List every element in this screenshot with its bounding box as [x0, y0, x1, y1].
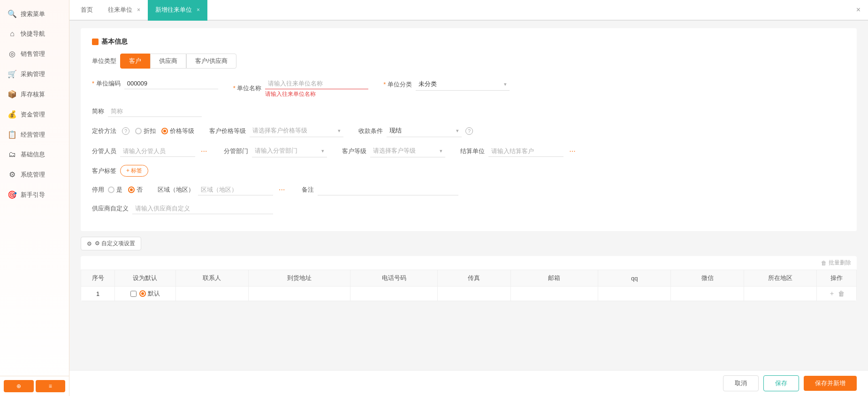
customer-price-level-placeholder: 请选择客户价格等级: [252, 126, 334, 135]
unit-category-select[interactable]: 未分类 ▾: [416, 78, 510, 91]
sidebar-item-guide[interactable]: 🎯 新手引导: [0, 185, 69, 205]
tab-new-partner[interactable]: 新增往来单位 ×: [148, 0, 207, 21]
btn-customer[interactable]: 客户: [120, 54, 150, 69]
main-close-btn[interactable]: ×: [853, 6, 864, 14]
radio-discount[interactable]: 折扣: [135, 127, 156, 135]
section-icon: [92, 39, 99, 45]
fax-input[interactable]: [455, 290, 493, 297]
wechat-input[interactable]: [689, 290, 726, 297]
td-address[interactable]: [249, 287, 350, 301]
customer-tag-field: 客户标签 + 标签: [92, 165, 148, 177]
pricing-method-label: 定价方法: [92, 127, 116, 135]
custom-settings-btn[interactable]: ⚙ ⚙ 自定义项设置: [81, 237, 141, 250]
sidebar-search[interactable]: 🔍 搜索菜单: [0, 4, 69, 24]
settlement-unit-input[interactable]: [488, 146, 563, 157]
td-qq[interactable]: [598, 287, 670, 301]
tab-partners[interactable]: 往来单位 ×: [100, 0, 148, 21]
sidebar-item-inventory[interactable]: 📦 库存核算: [0, 84, 69, 104]
radio-yes-circle: [108, 186, 114, 193]
inventory-icon: 📦: [8, 90, 17, 99]
base-icon: 🗂: [8, 150, 17, 159]
sidebar-label-base: 基础信息: [21, 150, 45, 159]
row-abbreviation: 简称: [92, 106, 845, 117]
radio-no[interactable]: 否: [128, 186, 143, 194]
radio-no-label: 否: [137, 186, 143, 194]
address-input[interactable]: [271, 290, 327, 297]
customer-price-level-select[interactable]: 请选择客户价格等级 ▾: [250, 124, 343, 137]
sidebar-item-operations[interactable]: 📋 经营管理: [0, 124, 69, 145]
department-label: 分管部门: [224, 147, 248, 155]
sidebar-item-purchase[interactable]: 🛒 采购管理: [0, 64, 69, 84]
customer-level-select[interactable]: 请选择客户等级 ▾: [370, 145, 445, 157]
default-label: 默认: [148, 289, 160, 298]
settlement-more-btn[interactable]: ···: [567, 147, 577, 155]
sidebar-item-finance[interactable]: 💰 资金管理: [0, 104, 69, 124]
basic-info-card: 基本信息 单位类型 客户 供应商 客户/供应商 单位编码: [81, 28, 857, 231]
qq-input[interactable]: [616, 290, 653, 297]
pricing-help-icon[interactable]: ?: [122, 127, 129, 135]
tab-new-partner-close[interactable]: ×: [197, 7, 200, 13]
settlement-unit-field: 结算单位 ···: [460, 146, 577, 157]
contact-input[interactable]: [193, 290, 231, 297]
unit-code-input[interactable]: [124, 78, 218, 89]
cancel-button[interactable]: 取消: [723, 375, 759, 391]
payment-terms-select[interactable]: 现结 ▾: [387, 124, 462, 137]
manager-input[interactable]: [120, 146, 195, 157]
sidebar-bottom-btn2[interactable]: ≡: [36, 380, 66, 392]
sidebar-item-system[interactable]: ⚙ 系统管理: [0, 164, 69, 185]
settlement-unit-label: 结算单位: [460, 147, 485, 155]
unit-type-group: 客户 供应商 客户/供应商: [120, 54, 236, 69]
supplier-custom-input[interactable]: [132, 203, 273, 214]
row-checkbox[interactable]: [130, 291, 137, 297]
department-chevron: ▾: [321, 148, 324, 154]
btn-supplier[interactable]: 供应商: [150, 54, 186, 69]
td-fax[interactable]: [438, 287, 510, 301]
sidebar-item-quick-nav[interactable]: ⌂ 快捷导航: [0, 24, 69, 44]
add-row-btn[interactable]: ＋: [829, 289, 835, 298]
td-region[interactable]: [744, 287, 816, 301]
td-email[interactable]: [510, 287, 598, 301]
phone-input[interactable]: [371, 290, 418, 297]
unit-name-input[interactable]: [265, 78, 368, 89]
email-input[interactable]: [531, 290, 578, 297]
sidebar-bottom-btn1[interactable]: ⊕: [4, 380, 34, 392]
batch-delete-btn[interactable]: 🗑 批量删除: [821, 259, 851, 267]
td-wechat[interactable]: [671, 287, 744, 301]
sidebar-item-sales[interactable]: ◎ 销售管理: [0, 44, 69, 64]
manager-more-btn[interactable]: ···: [199, 147, 209, 155]
region-input[interactable]: [198, 184, 273, 195]
save-button[interactable]: 保存: [763, 375, 799, 391]
tab-home[interactable]: 首页: [73, 0, 100, 21]
th-actions: 操作: [817, 270, 857, 287]
abbreviation-input[interactable]: [108, 106, 202, 117]
region-more-btn[interactable]: ···: [277, 186, 287, 194]
delete-row-btn[interactable]: 🗑: [838, 290, 845, 297]
td-contact[interactable]: [175, 287, 248, 301]
section-title-text: 基本信息: [101, 38, 128, 46]
disabled-radio-group: 是 否: [108, 186, 143, 194]
department-select[interactable]: 请输入分管部门 ▾: [252, 145, 327, 157]
payment-help-icon[interactable]: ?: [465, 127, 473, 135]
remarks-input[interactable]: [318, 184, 458, 195]
customer-price-level-chevron: ▾: [338, 128, 341, 134]
radio-price-level[interactable]: 价格等级: [161, 127, 194, 135]
btn-both[interactable]: 客户/供应商: [186, 54, 236, 69]
system-icon: ⚙: [8, 170, 17, 179]
save-new-button[interactable]: 保存并新增: [804, 376, 857, 391]
purchase-icon: 🛒: [8, 70, 17, 78]
contact-table-container: 🗑 批量删除 序号 设为默认 联系人 到货地址 电话号码: [81, 256, 857, 301]
sidebar-item-base[interactable]: 🗂 基础信息: [0, 145, 69, 164]
sidebar-search-label: 搜索菜单: [21, 10, 45, 18]
region-input-table[interactable]: [761, 290, 799, 297]
default-radio[interactable]: 默认: [139, 289, 160, 298]
add-tag-btn[interactable]: + 标签: [120, 165, 148, 177]
tab-partners-close[interactable]: ×: [137, 7, 140, 13]
unit-code-field: 单位编码: [92, 78, 218, 89]
customer-level-field: 客户等级 请选择客户等级 ▾: [342, 145, 445, 157]
td-phone[interactable]: [350, 287, 438, 301]
unit-name-wrap: 请输入往来单位名称: [265, 78, 368, 98]
radio-yes[interactable]: 是: [108, 186, 122, 194]
sidebar-label-guide: 新手引导: [21, 191, 45, 199]
add-tag-label: + 标签: [126, 167, 142, 175]
abbreviation-label: 简称: [92, 107, 104, 116]
